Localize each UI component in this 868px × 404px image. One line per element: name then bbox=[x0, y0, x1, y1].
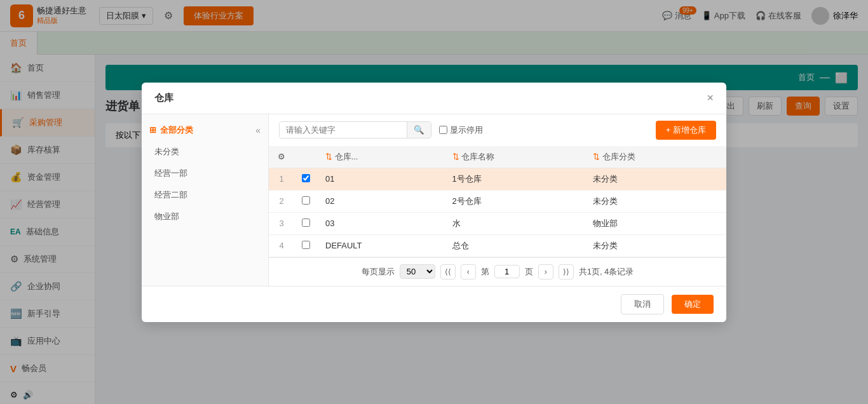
cat-collapse-button[interactable]: « bbox=[255, 125, 261, 135]
page-suffix: 页 bbox=[525, 266, 533, 278]
cat-header: ⊞ 全部分类 « bbox=[142, 119, 268, 141]
table-header: ⚙ ⇅ 仓库... ⇅ 仓库名称 bbox=[269, 146, 726, 168]
cat-item-unclassified[interactable]: 未分类 bbox=[142, 141, 268, 163]
row-checkbox[interactable] bbox=[302, 174, 310, 182]
data-table: ⚙ ⇅ 仓库... ⇅ 仓库名称 bbox=[269, 146, 726, 257]
modal-body: ⊞ 全部分类 « 未分类 经营一部 经营二部 物业部 🔍 bbox=[142, 114, 726, 286]
table-row[interactable]: 3 03 水 物业部 bbox=[269, 212, 726, 234]
toolbar-left: 🔍 显示停用 bbox=[279, 121, 483, 138]
prev-page-button[interactable]: ‹ bbox=[461, 264, 476, 279]
warehouse-table: ⚙ ⇅ 仓库... ⇅ 仓库名称 bbox=[269, 146, 726, 257]
total-label: 共1页, 4条记录 bbox=[579, 266, 634, 278]
row-checkbox[interactable] bbox=[302, 219, 310, 227]
row-name: 2号仓库 bbox=[445, 190, 586, 212]
header-row: ⚙ ⇅ 仓库... ⇅ 仓库名称 bbox=[269, 146, 726, 168]
modal-title: 仓库 bbox=[154, 92, 173, 104]
table-panel: 🔍 显示停用 + 新增仓库 ⚙ bbox=[269, 114, 726, 286]
page-label: 第 bbox=[481, 266, 489, 278]
table-row[interactable]: 2 02 2号仓库 未分类 bbox=[269, 190, 726, 212]
row-name: 总仓 bbox=[445, 234, 586, 257]
cat-all[interactable]: ⊞ 全部分类 bbox=[149, 125, 193, 136]
row-category: 未分类 bbox=[585, 234, 726, 257]
sort-icon-name: ⇅ bbox=[452, 152, 459, 161]
modal-footer: 取消 确定 bbox=[142, 286, 726, 322]
search-button[interactable]: 🔍 bbox=[407, 122, 431, 138]
last-page-button[interactable]: ⟩⟩ bbox=[559, 264, 574, 279]
col-category: ⇅ 仓库分类 bbox=[585, 146, 726, 168]
row-name: 水 bbox=[445, 212, 586, 234]
row-index-cell: 3 bbox=[269, 212, 294, 234]
cat-item-dept1[interactable]: 经营一部 bbox=[142, 163, 268, 184]
table-toolbar: 🔍 显示停用 + 新增仓库 bbox=[269, 114, 726, 146]
col-checkbox bbox=[294, 146, 318, 168]
search-box: 🔍 bbox=[279, 121, 431, 138]
modal-header: 仓库 × bbox=[142, 83, 726, 114]
category-panel: ⊞ 全部分类 « 未分类 经营一部 经营二部 物业部 bbox=[142, 114, 269, 286]
row-checkbox[interactable] bbox=[302, 241, 310, 249]
cancel-button[interactable]: 取消 bbox=[621, 294, 664, 314]
row-code: DEFAULT bbox=[318, 234, 445, 257]
grid-icon: ⊞ bbox=[149, 125, 156, 135]
row-checkbox-cell bbox=[294, 190, 318, 212]
row-checkbox-cell bbox=[294, 212, 318, 234]
col-name: ⇅ 仓库名称 bbox=[445, 146, 586, 168]
confirm-button[interactable]: 确定 bbox=[672, 295, 714, 314]
row-checkbox[interactable] bbox=[302, 196, 310, 205]
per-page-select[interactable]: 50 100 bbox=[400, 264, 435, 279]
row-name: 1号仓库 bbox=[445, 168, 586, 190]
row-category: 未分类 bbox=[585, 190, 726, 212]
cat-all-label: 全部分类 bbox=[160, 125, 193, 136]
warehouse-modal: 仓库 × ⊞ 全部分类 « 未分类 经营一部 经营二部 物业部 bbox=[142, 83, 726, 322]
cat-item-dept2[interactable]: 经营二部 bbox=[142, 184, 268, 206]
table-row[interactable]: 4 DEFAULT 总仓 未分类 bbox=[269, 234, 726, 257]
per-page-label: 每页显示 bbox=[362, 266, 395, 278]
row-index-cell: 4 bbox=[269, 234, 294, 257]
row-code: 02 bbox=[318, 190, 445, 212]
row-checkbox-cell bbox=[294, 234, 318, 257]
row-category: 物业部 bbox=[585, 212, 726, 234]
row-code: 01 bbox=[318, 168, 445, 190]
next-page-button[interactable]: › bbox=[538, 264, 553, 279]
col-settings: ⚙ bbox=[269, 146, 294, 168]
row-category: 未分类 bbox=[585, 168, 726, 190]
row-index-cell: 2 bbox=[269, 190, 294, 212]
add-warehouse-button[interactable]: + 新增仓库 bbox=[656, 121, 716, 140]
modal-close-button[interactable]: × bbox=[707, 91, 714, 105]
table-row[interactable]: 1 01 1号仓库 未分类 bbox=[269, 168, 726, 190]
row-code: 03 bbox=[318, 212, 445, 234]
sort-icon-cat: ⇅ bbox=[593, 152, 600, 161]
sort-icon: ⇅ bbox=[325, 152, 332, 161]
show-inactive-checkbox[interactable] bbox=[439, 126, 447, 134]
cat-item-property[interactable]: 物业部 bbox=[142, 206, 268, 227]
first-page-button[interactable]: ⟨⟨ bbox=[440, 264, 456, 279]
col-code: ⇅ 仓库... bbox=[318, 146, 445, 168]
table-body: 1 01 1号仓库 未分类 2 02 2号仓库 未分类 3 03 水 物业部 4… bbox=[269, 168, 726, 257]
page-number-input[interactable] bbox=[494, 265, 520, 278]
show-inactive-text: 显示停用 bbox=[450, 125, 483, 136]
show-inactive-label[interactable]: 显示停用 bbox=[439, 125, 483, 136]
pagination: 每页显示 50 100 ⟨⟨ ‹ 第 页 › ⟩⟩ 共1页, 4条记录 bbox=[269, 257, 726, 286]
search-input[interactable] bbox=[280, 122, 407, 138]
row-checkbox-cell bbox=[294, 168, 318, 190]
row-index-cell: 1 bbox=[269, 168, 294, 190]
modal-overlay[interactable]: 仓库 × ⊞ 全部分类 « 未分类 经营一部 经营二部 物业部 bbox=[0, 0, 868, 404]
